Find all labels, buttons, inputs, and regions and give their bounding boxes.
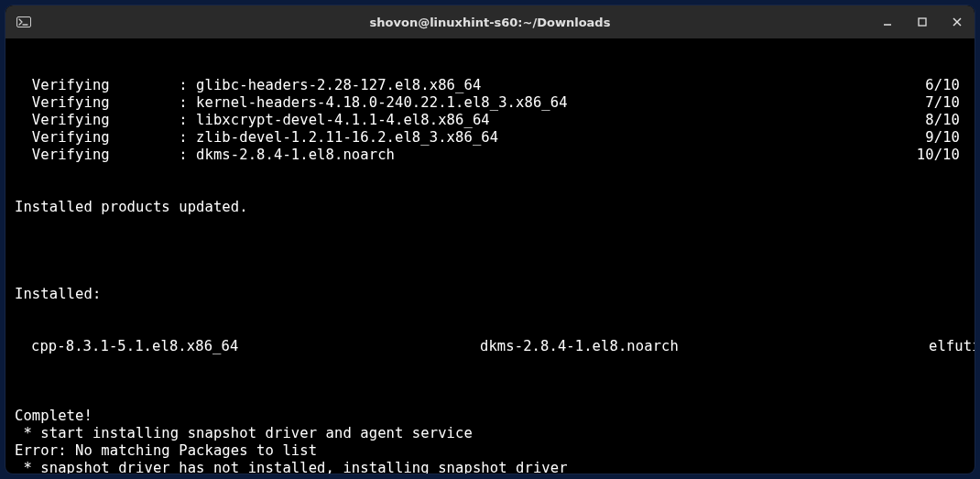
installed-header: Installed: — [15, 286, 965, 303]
verify-label: Verifying : dkms-2.8.4-1.el8.noarch — [15, 147, 395, 164]
titlebar: shovon@linuxhint-s60:~/Downloads — [5, 5, 975, 38]
terminal-window: shovon@linuxhint-s60:~/Downloads Verifyi… — [5, 5, 975, 474]
verify-row: Verifying : kernel-headers-4.18.0-240.22… — [15, 94, 965, 112]
output-line — [15, 390, 965, 408]
output-line: * start installing snapshot driver and a… — [15, 425, 965, 442]
svg-rect-3 — [919, 18, 926, 26]
terminal-output[interactable]: Verifying : glibc-headers-2.28-127.el8.x… — [5, 38, 975, 474]
window-title: shovon@linuxhint-s60:~/Downloads — [5, 16, 975, 29]
verify-row: Verifying : dkms-2.8.4-1.el8.noarch10/10 — [15, 147, 965, 164]
installed-item: elfutils-libelf-devel-0.180-1.el8.x86_64 — [912, 338, 975, 355]
output-line: Error: No matching Packages to list — [15, 442, 965, 460]
close-button[interactable] — [945, 10, 969, 34]
verify-label: Verifying : kernel-headers-4.18.0-240.22… — [15, 94, 568, 112]
window-controls — [876, 5, 969, 38]
installed-item: cpp-8.3.1-5.1.el8.x86_64 — [15, 338, 463, 355]
verify-block: Verifying : glibc-headers-2.28-127.el8.x… — [15, 77, 965, 164]
verify-row: Verifying : libxcrypt-devel-4.1.1-4.el8.… — [15, 112, 965, 129]
verify-count: 10/10 — [917, 147, 965, 164]
verify-label: Verifying : libxcrypt-devel-4.1.1-4.el8.… — [15, 112, 490, 129]
verify-label: Verifying : zlib-devel-1.2.11-16.2.el8_3… — [15, 129, 498, 147]
verify-row: Verifying : zlib-devel-1.2.11-16.2.el8_3… — [15, 129, 965, 147]
installed-list: cpp-8.3.1-5.1.el8.x86_64dkms-2.8.4-1.el8… — [15, 338, 965, 355]
maximize-button[interactable] — [910, 10, 934, 34]
verify-count: 6/10 — [925, 77, 965, 94]
installed-item: dkms-2.8.4-1.el8.noarch — [463, 338, 912, 355]
tail-block: Complete! * start installing snapshot dr… — [15, 390, 965, 474]
verify-count: 8/10 — [925, 112, 965, 129]
output-line: * snapshot driver has not installed, ins… — [15, 460, 965, 474]
output-line: Complete! — [15, 408, 965, 425]
verify-count: 9/10 — [925, 129, 965, 147]
verify-label: Verifying : glibc-headers-2.28-127.el8.x… — [15, 77, 481, 94]
output-line: Installed products updated. — [15, 199, 965, 216]
verify-count: 7/10 — [925, 94, 965, 112]
verify-row: Verifying : glibc-headers-2.28-127.el8.x… — [15, 77, 965, 94]
svg-rect-0 — [17, 17, 31, 27]
terminal-icon — [16, 16, 31, 27]
minimize-button[interactable] — [876, 10, 899, 34]
